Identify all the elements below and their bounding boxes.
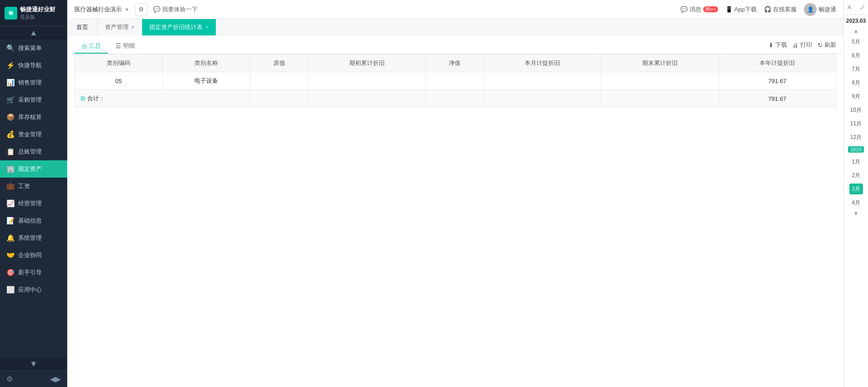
sidebar-item-sales[interactable]: 📊 销售管理 — [0, 74, 67, 91]
tab-asset-mgmt-close[interactable]: × — [131, 24, 134, 30]
sidebar-item-basic-info[interactable]: 📝 基础信息 — [0, 212, 67, 229]
month-item[interactable]: 7月 — [844, 62, 868, 76]
sidebar-scroll-down[interactable]: ▼ — [30, 359, 38, 369]
right-panel-expand[interactable]: ⤢ — [859, 3, 866, 12]
month-item[interactable]: 5月 — [844, 35, 868, 49]
notification-icon: 💬 — [680, 6, 688, 13]
table-row: 05 电子设备 791.67 — [75, 72, 836, 90]
col-period-end-acc: 期末累计折旧 — [601, 55, 719, 72]
cell-net-value — [426, 72, 484, 90]
month-item[interactable]: 12月 — [844, 130, 868, 144]
badge-plus: + — [713, 7, 716, 12]
sidebar-label-finance: 资金管理 — [18, 130, 42, 139]
subtab-summary-label: 汇总 — [89, 42, 101, 50]
month-item[interactable]: 9月 — [844, 89, 868, 103]
sidebar-menu: 🔍 搜索菜单 ⚡ 快捷导航 📊 销售管理 🛒 采购管理 📦 库存核算 💰 资金管… — [0, 40, 67, 357]
company-selector[interactable]: 医疗器械行业演示 ▼ — [74, 5, 129, 14]
main-content: 医疗器械行业演示 ▼ ⚙ 💬 我要体验一下 💬 消息 99++ 📱 App下载 … — [67, 0, 843, 387]
sidebar-item-salary[interactable]: 💼 工资 — [0, 178, 67, 195]
download-button[interactable]: ⬇ 下载 — [769, 41, 787, 49]
sidebar-label-basic-info: 基础信息 — [18, 217, 42, 225]
month-nav-up[interactable]: ▲ — [853, 27, 859, 35]
tab-depreciation-close[interactable]: × — [205, 24, 208, 30]
sidebar-item-finance[interactable]: 💰 资金管理 — [0, 126, 67, 143]
sidebar-item-search[interactable]: 🔍 搜索菜单 — [0, 40, 67, 57]
cell-name: 电子设备 — [163, 72, 250, 90]
ledger-icon: 📋 — [6, 148, 15, 156]
basic-info-icon: 📝 — [6, 217, 15, 225]
tabbar: 首页 资产管理 × 固定资产折旧统计表 × — [67, 19, 843, 35]
summary-original — [250, 90, 308, 108]
topbar: 医疗器械行业演示 ▼ ⚙ 💬 我要体验一下 💬 消息 99++ 📱 App下载 … — [67, 0, 843, 19]
sidebar-item-inventory[interactable]: 📦 库存核算 — [0, 109, 67, 126]
month-item[interactable]: 3月 — [844, 182, 868, 196]
sidebar-item-app-center[interactable]: ⬜ 应用中心 — [0, 281, 67, 298]
download-label: App下载 — [734, 5, 757, 14]
col-original: 原值 — [250, 55, 308, 72]
month-item[interactable]: 6月 — [844, 49, 868, 62]
summary-yearly-dep: 791.67 — [719, 90, 836, 108]
subtab-detail[interactable]: ☰ 明细 — [108, 39, 142, 54]
app-name: 畅捷通好业财 — [20, 5, 55, 14]
sidebar-footer: ⚙ ◀▶ — [0, 371, 67, 387]
settings-button[interactable]: ⚙ — [135, 3, 148, 16]
sidebar-item-operations[interactable]: 📈 经营管理 — [0, 195, 67, 212]
sidebar-scroll-up[interactable]: ▲ — [30, 28, 38, 38]
summary-expand-icon[interactable]: ⊞ — [80, 95, 85, 102]
month-circle: 12月 — [849, 132, 863, 143]
month-item[interactable]: 4月 — [844, 196, 868, 209]
service-icon: 🎧 — [764, 6, 771, 13]
print-button[interactable]: 🖨 打印 — [793, 41, 812, 49]
sidebar-item-ledger[interactable]: 📋 总账管理 — [0, 143, 67, 160]
notification-button[interactable]: 💬 消息 99++ — [680, 5, 718, 14]
month-item[interactable]: 1月 — [844, 155, 868, 169]
refresh-button[interactable]: ↻ 刷新 — [818, 41, 836, 49]
service-button[interactable]: 🎧 在线客服 — [764, 5, 797, 14]
avatar: 👤 — [804, 3, 817, 16]
sidebar-item-cooperation[interactable]: 🤝 企业协同 — [0, 247, 67, 264]
cooperation-icon: 🤝 — [6, 251, 15, 259]
sidebar-item-system[interactable]: 🔔 系统管理 — [0, 229, 67, 247]
month-circle: 2月 — [849, 170, 863, 181]
refresh-label: 刷新 — [824, 41, 836, 49]
sidebar-label-fixed-assets: 固定资产 — [18, 165, 42, 173]
sidebar-item-purchase[interactable]: 🛒 采购管理 — [0, 91, 67, 109]
settings-icon[interactable]: ⚙ — [6, 375, 13, 383]
right-panel-close[interactable]: ✕ — [846, 3, 853, 12]
subtab-detail-label: 明细 — [123, 42, 135, 50]
download-button[interactable]: 📱 App下载 — [725, 5, 757, 14]
app-title-block: 畅捷通好业财 普及版 — [20, 5, 55, 20]
sidebar-item-fixed-assets[interactable]: 🏢 固定资产 — [0, 160, 67, 178]
notification-label: 消息 — [689, 5, 701, 14]
tab-home[interactable]: 首页 — [67, 19, 98, 35]
sidebar-item-guide[interactable]: 🎯 新手引导 — [0, 264, 67, 281]
month-nav-down[interactable]: ▼ — [853, 209, 859, 218]
month-circle: 3月 — [849, 184, 863, 194]
month-item[interactable]: 2月 — [844, 169, 868, 182]
refresh-icon: ↻ — [818, 42, 823, 49]
user-name: 畅捷通 — [818, 5, 836, 14]
subtab-summary[interactable]: ◎ 汇总 — [74, 39, 108, 54]
collapse-icon[interactable]: ◀▶ — [50, 375, 61, 383]
month-item[interactable]: 10月 — [844, 103, 868, 117]
table-container: 类别编码 类别名称 原值 期初累计折旧 净值 本月计提折旧 期末累计折旧 本年计… — [67, 54, 843, 387]
month-item[interactable]: 8月 — [844, 76, 868, 89]
cell-original — [250, 72, 308, 90]
month-circle: 11月 — [849, 118, 863, 129]
experience-button[interactable]: 💬 我要体验一下 — [153, 5, 198, 14]
sidebar-header: 畅 畅捷通好业财 普及版 — [0, 0, 67, 26]
system-icon: 🔔 — [6, 234, 15, 242]
year-tag: 2023 — [844, 144, 868, 155]
user-button[interactable]: 👤 畅捷通 — [804, 3, 836, 16]
app-logo: 畅 — [5, 7, 17, 20]
download-label: 下载 — [775, 41, 787, 49]
sidebar-item-quick-nav[interactable]: ⚡ 快捷导航 — [0, 57, 67, 74]
company-name: 医疗器械行业演示 — [74, 5, 122, 14]
experience-label: 我要体验一下 — [162, 5, 198, 14]
sidebar-label-purchase: 采购管理 — [18, 96, 42, 104]
month-item[interactable]: 11月 — [844, 117, 868, 130]
tab-depreciation[interactable]: 固定资产折旧统计表 × — [142, 19, 216, 35]
cell-initial-acc — [308, 72, 426, 90]
tab-asset-mgmt[interactable]: 资产管理 × — [98, 19, 142, 35]
inventory-icon: 📦 — [6, 113, 15, 121]
